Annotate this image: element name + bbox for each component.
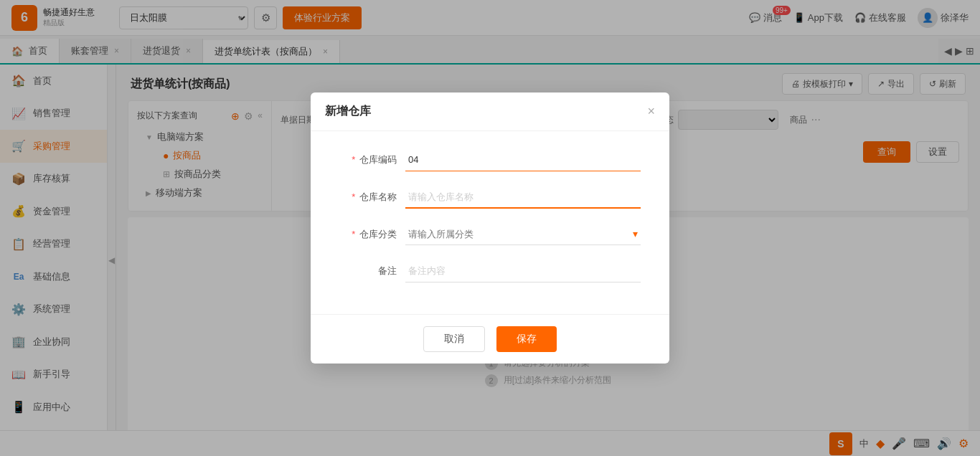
modal-footer: 取消 保存 (311, 314, 669, 364)
modal-title: 新增仓库 (325, 104, 371, 119)
modal-body: * 仓库编码 * 仓库名称 * 仓库分类 (311, 131, 669, 314)
remark-input[interactable] (405, 260, 641, 282)
name-label: * 仓库名称 (339, 191, 397, 204)
category-dropdown-icon: ▾ (633, 228, 638, 239)
code-label: * 仓库编码 (339, 153, 397, 166)
code-input[interactable] (405, 148, 641, 171)
remark-label: 备注 (339, 265, 397, 277)
save-button[interactable]: 保存 (496, 326, 557, 352)
name-input[interactable] (405, 186, 641, 209)
modal-close-button[interactable]: × (647, 104, 655, 119)
add-warehouse-modal: 新增仓库 × * 仓库编码 * 仓库名称 (311, 92, 669, 364)
modal-header: 新增仓库 × (311, 92, 669, 131)
category-label: * 仓库分类 (339, 228, 397, 241)
remark-form-row: 备注 (339, 260, 641, 282)
code-form-row: * 仓库编码 (339, 148, 641, 171)
category-select-wrap[interactable]: ▾ (405, 223, 641, 245)
cancel-button[interactable]: 取消 (423, 326, 485, 352)
name-form-row: * 仓库名称 (339, 186, 641, 209)
category-form-row: * 仓库分类 ▾ (339, 223, 641, 245)
modal-overlay: 新增仓库 × * 仓库编码 * 仓库名称 (0, 0, 980, 456)
category-input[interactable] (405, 223, 641, 244)
